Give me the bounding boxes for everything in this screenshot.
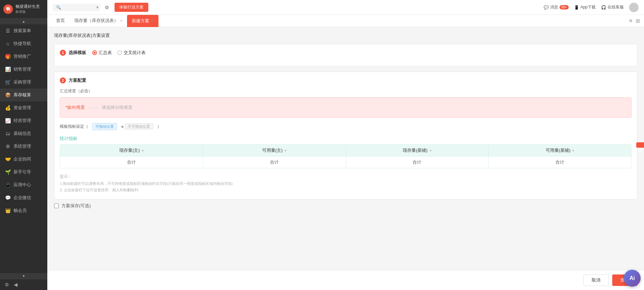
template-indicator-label: 模板指标设定（ xyxy=(60,124,88,129)
sidebar-scroll-up[interactable]: ▲ xyxy=(0,19,47,24)
stats-table-header: 现存量(主) ▾ 可用量(主) ▾ 现存量(基辅) ▾ xyxy=(60,145,631,156)
sidebar-item-label: 系统管理 xyxy=(14,143,31,149)
tab-inventory[interactable]: 现存量（库存状况表） × xyxy=(70,15,127,27)
stats-label: 统计指标 xyxy=(60,136,631,142)
search-menu-icon: ☰ xyxy=(5,28,11,34)
tab-home-label: 首页 xyxy=(56,18,65,24)
radio-cross[interactable]: 交叉统计表 xyxy=(117,50,146,56)
tab-home[interactable]: 首页 xyxy=(51,15,70,27)
stats-table: 现存量(主) ▾ 可用量(主) ▾ 现存量(基辅) ▾ xyxy=(60,144,631,168)
save-checkbox[interactable] xyxy=(54,203,59,208)
tips-section: 提示： 1.拖动标题栏可以调整布局，不可跨维度或指标区域拖动栏目字段(只能在同一… xyxy=(60,173,631,194)
box-icon: 📦 xyxy=(5,92,11,98)
sidebar-item-label: 快捷导航 xyxy=(14,41,31,47)
tab-new-scheme[interactable]: 新建方案 × xyxy=(127,15,158,27)
sidebar-item-wechat[interactable]: 💬 企业微信 xyxy=(0,191,47,204)
tabs-bar: 首页 现存量（库存状况表） × 新建方案 × ✕ ⊞ xyxy=(47,15,644,27)
cancel-button[interactable]: 取消 xyxy=(583,274,609,286)
app-logo-icon: 畅 xyxy=(3,4,13,14)
user-avatar[interactable] xyxy=(629,3,639,12)
sidebar-item-quick-nav[interactable]: ⌂ 快捷导航 xyxy=(0,37,47,50)
sidebar-scroll-down[interactable]: ▼ xyxy=(0,273,47,279)
template-indicator-row: 模板指标设定（ 可拖动位置 ◆ 不可拖动位置 ） xyxy=(60,123,631,130)
message-icon: 💬 xyxy=(544,5,549,10)
sidebar-item-system[interactable]: ⚙ 系统管理 xyxy=(0,140,47,153)
sidebar-item-inventory[interactable]: 📦 库存核算 xyxy=(0,89,47,101)
topbar: 🔍 ▼ ⚙ 体验行业方案 💬 消息 99+ 📱 App下载 🎧 在线客服 xyxy=(47,0,644,15)
sidebar-bottom: ⚙ ◀ xyxy=(0,279,47,290)
summary-dimension-label: 汇总维度（必选） xyxy=(60,88,631,94)
tab-inventory-close-icon[interactable]: × xyxy=(120,19,122,23)
radio-summary-label: 汇总表 xyxy=(99,50,112,56)
sidebar-item-label: 库存核算 xyxy=(14,92,31,98)
ai-badge[interactable]: Ai xyxy=(624,270,641,287)
non-draggable-icon: ◆ xyxy=(121,124,124,128)
settings-icon[interactable]: ⚙ xyxy=(5,282,9,287)
main-area: 🔍 ▼ ⚙ 体验行业方案 💬 消息 99+ 📱 App下载 🎧 在线客服 xyxy=(47,0,644,290)
topbar-gear-icon[interactable]: ⚙ xyxy=(105,5,109,10)
collapse-icon[interactable]: ◀ xyxy=(14,282,18,287)
save-row: 方案保存(可选) xyxy=(54,203,637,209)
vertical-dimension-label: *纵向维度 xyxy=(66,104,85,111)
stats-col-1: 现存量(主) ▾ xyxy=(60,145,203,156)
sidebar-item-basic-info[interactable]: 🗂 基础信息 xyxy=(0,127,47,140)
sidebar-item-sales[interactable]: 📊 销售管理 xyxy=(0,63,47,76)
col-3-chevron-icon[interactable]: ▾ xyxy=(430,149,431,152)
sidebar-item-marketing[interactable]: 🎁 营销推广 xyxy=(0,50,47,63)
template-close-paren: ） xyxy=(157,124,161,129)
right-panel-hint[interactable]: 方案 xyxy=(636,142,644,148)
non-draggable-label: 不可拖动位置 xyxy=(125,123,153,129)
dimension-separator: —— xyxy=(89,105,98,110)
sidebar-item-management[interactable]: 📈 经营管理 xyxy=(0,114,47,127)
sidebar-nav: ☰ 搜索菜单 ⌂ 快捷导航 🎁 营销推广 📊 销售管理 🛒 采购管理 📦 库存核… xyxy=(0,24,47,273)
col-2-chevron-icon[interactable]: ▾ xyxy=(284,149,286,152)
sidebar-item-label: 基础信息 xyxy=(14,130,31,137)
tab-expand-icon[interactable]: ⊞ xyxy=(636,18,640,24)
tab-inventory-label: 现存量（库存状况表） xyxy=(74,18,118,24)
tabs-right-controls: ✕ ⊞ xyxy=(628,18,640,24)
tab-shrink-icon[interactable]: ✕ xyxy=(628,18,633,24)
dropdown-chevron-icon[interactable]: ▼ xyxy=(96,5,99,9)
tab-new-scheme-close-icon[interactable]: × xyxy=(151,19,153,23)
tips-item2: 2. 点击标题栏下拉可设置排序、插入列和删除列 xyxy=(60,187,631,194)
sidebar-item-member[interactable]: 👑 畅会员 xyxy=(0,204,47,217)
search-input[interactable] xyxy=(63,5,94,10)
step2-title: 方案配置 xyxy=(69,77,86,83)
dimension-row: *纵向维度 —— 请选择分组维度 xyxy=(60,97,631,118)
message-item[interactable]: 💬 消息 99+ xyxy=(544,4,569,10)
online-service-label: 在线客服 xyxy=(608,4,624,10)
topbar-search: 🔍 ▼ xyxy=(53,4,100,11)
gear-icon: ⚙ xyxy=(5,143,11,149)
topbar-right: 💬 消息 99+ 📱 App下载 🎧 在线客服 xyxy=(544,3,639,12)
template-radio-group: 汇总表 交叉统计表 xyxy=(92,50,146,56)
sidebar-item-purchase[interactable]: 🛒 采购管理 xyxy=(0,76,47,89)
step1-section: 1 选择模板 汇总表 交叉统计表 xyxy=(54,44,637,66)
app-download-item[interactable]: 📱 App下载 xyxy=(574,4,596,10)
mobile-icon: 📱 xyxy=(5,182,11,188)
app-name-block: 畅捷通好生意 标准版 xyxy=(16,4,40,14)
cart-icon: 🛒 xyxy=(5,79,11,85)
sidebar-item-app-center[interactable]: 📱 应用中心 xyxy=(0,178,47,191)
stats-body-col-3: 合计 xyxy=(346,156,489,168)
col-1-chevron-icon[interactable]: ▾ xyxy=(142,149,144,152)
stats-cell-1-3: 合计 xyxy=(346,156,489,168)
chart-icon: 📊 xyxy=(5,66,11,72)
online-service-item[interactable]: 🎧 在线客服 xyxy=(601,4,624,10)
stats-col-3-label: 现存量(基辅) xyxy=(403,147,428,153)
sidebar-item-search-menu[interactable]: ☰ 搜索菜单 xyxy=(0,24,47,37)
step1-title: 选择模板 xyxy=(69,50,86,56)
tips-item1: 1.拖动标题栏可以调整布局，不可跨维度或指标区域拖动栏目字段(只能在同一维度或指… xyxy=(60,180,631,187)
sidebar-item-guide[interactable]: 🌱 新手引导 xyxy=(0,166,47,178)
sidebar-item-finance[interactable]: 💰 资金管理 xyxy=(0,101,47,114)
step2-header: 2 方案配置 xyxy=(60,77,631,83)
col-4-chevron-icon[interactable]: ▾ xyxy=(572,149,574,152)
sidebar-item-collaboration[interactable]: 🤝 企业协同 xyxy=(0,153,47,166)
headset-icon: 🎧 xyxy=(601,5,606,10)
trial-btn[interactable]: 体验行业方案 xyxy=(115,3,148,12)
sidebar-item-label: 采购管理 xyxy=(14,79,31,85)
gift-icon: 🎁 xyxy=(5,53,11,59)
sidebar-item-label: 畅会员 xyxy=(14,208,27,214)
stats-col-2-header: 可用量(主) ▾ xyxy=(203,145,346,156)
tab-new-scheme-label: 新建方案 xyxy=(132,18,149,24)
radio-summary[interactable]: 汇总表 xyxy=(92,50,112,56)
